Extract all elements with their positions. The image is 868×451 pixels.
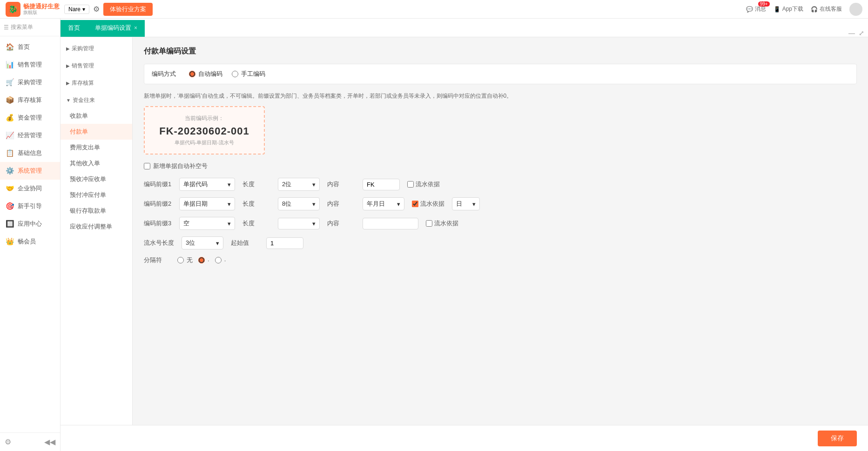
sidebar-item-operations[interactable]: 📈 经营管理 [0,127,60,144]
day-unit-select[interactable]: 日 ▾ [452,197,480,210]
logo-main: 畅捷通好生意 [23,3,60,10]
sidebar-item-home[interactable]: 🏠 首页 [0,38,60,56]
content2-select[interactable]: 年月日 ▾ [363,197,404,210]
menu-item-other-income[interactable]: 其他收入单 [61,155,132,171]
menu-group-sales-title[interactable]: ▶ 销售管理 [61,58,132,74]
tab-close-icon[interactable]: × [134,25,137,31]
sidebar-newbie-label: 新手引导 [18,202,42,210]
preview-code: FK-20230602-001 [156,125,253,137]
waterfall2-checkbox-label[interactable]: 流水依据 [412,200,444,208]
bottom-bar: 保存 [61,425,868,451]
chevron-prefix3-icon: ▾ [228,220,231,227]
tab-encoding-settings[interactable]: 单据编码设置 × [87,20,145,37]
menu-item-adjustment[interactable]: 应收应付调整单 [61,219,132,235]
prefix1-select[interactable]: 单据代码 ▾ [179,178,235,191]
chevron-content2-icon: ▾ [397,201,400,208]
auto-encode-radio-label[interactable]: 自动编码 [189,70,222,78]
auto-encode-radio[interactable] [189,71,195,77]
form-row-2: 编码前缀2 单据日期 ▾ 长度 8位 ▾ 内容 年月日 ▾ [144,197,857,210]
prefix3-select[interactable]: 空 ▾ [179,217,235,230]
manual-encode-radio[interactable] [232,71,238,77]
sidebar-item-member[interactable]: 👑 畅会员 [0,233,60,250]
serial-length-label: 流水号长度 [144,239,174,247]
length1-select[interactable]: 2位 ▾ [278,178,320,191]
collapse-icon[interactable]: ◀◀ [44,438,55,446]
user-avatar[interactable] [849,3,862,16]
tabs-right: — ⤢ [848,29,868,37]
tab-home[interactable]: 首页 [61,20,87,37]
menu-item-bank[interactable]: 银行存取款单 [61,203,132,219]
content1-label: 内容 [327,180,355,188]
tab-home-label: 首页 [68,24,80,32]
sidebar-item-purchase[interactable]: 🛒 采购管理 [0,74,60,91]
chevron-down-icon: ▾ [82,6,85,13]
tab-minimize-button[interactable]: — [848,29,855,37]
tab-expand-button[interactable]: ⤢ [859,29,864,37]
manual-encode-radio-label[interactable]: 手工编码 [232,70,265,78]
sep-other-radio[interactable] [215,257,222,263]
waterfall3-checkbox-label[interactable]: 流水依据 [426,219,458,228]
serial-length-select[interactable]: 3位 ▾ [182,236,223,249]
length2-select[interactable]: 8位 ▾ [278,197,320,210]
sidebar-item-newbie[interactable]: 🎯 新手引导 [0,197,60,215]
start-value-input[interactable] [266,237,303,249]
menu-item-receipt[interactable]: 收款单 [61,108,132,124]
sep-none-radio[interactable] [177,257,184,263]
finance-icon: 💰 [6,114,14,122]
sep-other-label[interactable]: · [215,257,226,264]
menu-group-purchase: ▶ 采购管理 [61,41,132,56]
length1-value: 2位 [282,180,291,188]
menu-group-sales: ▶ 销售管理 [61,58,132,74]
sidebar-sales-label: 销售管理 [18,61,42,69]
auto-fill-checkbox[interactable] [144,163,150,169]
waterfall1-checkbox[interactable] [407,181,414,188]
settings-gear-button[interactable]: ⚙ [93,5,100,13]
sep-dot-radio[interactable] [198,257,205,263]
operations-icon: 📈 [6,131,14,140]
sidebar-item-enterprise[interactable]: 🤝 企业协同 [0,180,60,197]
content3-input[interactable] [363,218,418,229]
top-bar: 🐉 畅捷通好生意 旗舰版 Nare ▾ ⚙ 体验行业方案 💬 消息 99+ 📱 … [0,0,868,19]
message-button[interactable]: 💬 消息 99+ [746,5,766,13]
app-download-label: App下载 [782,5,803,13]
waterfall1-checkbox-label[interactable]: 流水依据 [407,180,440,188]
save-button[interactable]: 保存 [818,431,857,446]
sidebar: ☰ 搜索菜单 🏠 首页 📊 销售管理 🛒 采购管理 📦 库存核算 💰 资 [0,19,61,451]
sep-none-label[interactable]: 无 [177,256,193,264]
sidebar-item-finance[interactable]: 💰 资金管理 [0,109,60,127]
sep-dot-label[interactable]: · [198,257,209,264]
content1-input[interactable] [363,179,400,190]
settings-bottom-icon[interactable]: ⚙ [5,438,11,446]
length3-label: 长度 [242,219,270,228]
online-service-button[interactable]: 🎧 在线客服 [811,5,842,13]
sidebar-bottom: ⚙ ◀◀ [0,432,60,451]
sidebar-basic-label: 基础信息 [18,149,42,157]
member-icon: 👑 [6,237,14,246]
waterfall2-checkbox[interactable] [412,201,418,207]
company-dropdown[interactable]: Nare ▾ [64,5,89,14]
menu-group-inventory-title[interactable]: ▶ 库存核算 [61,75,132,91]
preview-box: 当前编码示例： FK-20230602-001 单据代码-单据日期-流水号 [144,106,265,155]
auto-fill-checkbox-row[interactable]: 新增单据自动补空号 [144,162,857,170]
prefix3-value: 空 [183,219,189,228]
app-download-button[interactable]: 📱 App下载 [774,5,803,13]
menu-group-purchase-title[interactable]: ▶ 采购管理 [61,41,132,56]
trial-button[interactable]: 体验行业方案 [103,3,153,16]
sidebar-item-system[interactable]: ⚙️ 系统管理 [0,162,60,180]
waterfall3-checkbox[interactable] [426,220,432,227]
enterprise-icon: 🤝 [6,184,14,193]
system-icon: ⚙️ [6,167,14,175]
sidebar-item-basic[interactable]: 📋 基础信息 [0,144,60,162]
menu-item-prepay-receivable[interactable]: 预收冲应收单 [61,171,132,187]
sidebar-item-sales[interactable]: 📊 销售管理 [0,56,60,74]
prefix2-select[interactable]: 单据日期 ▾ [179,197,235,210]
menu-group-finance-title[interactable]: ▼ 资金往来 [61,93,132,108]
search-menu-button[interactable]: ☰ 搜索菜单 [0,19,60,36]
menu-item-prepay-payable[interactable]: 预付冲应付单 [61,187,132,203]
menu-item-payment[interactable]: 付款单 [61,124,132,140]
arrow-right-icon-sales: ▶ [66,63,70,68]
menu-item-expense[interactable]: 费用支出单 [61,140,132,155]
length3-select[interactable]: ▾ [278,218,320,229]
sidebar-item-inventory[interactable]: 📦 库存核算 [0,91,60,109]
sidebar-item-apps[interactable]: 🔲 应用中心 [0,215,60,233]
